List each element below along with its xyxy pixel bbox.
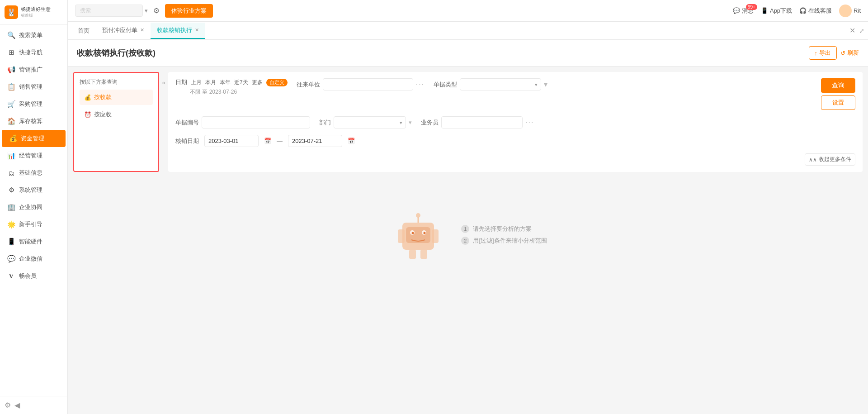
page-content: 收款核销执行(按收款) ↑ 导出 ↺ 刷新 按以下方案查询 💰 按收款 bbox=[68, 40, 868, 414]
date-custom-badge: 自定义 bbox=[266, 79, 288, 86]
sidebar-item-vip[interactable]: V 畅会员 bbox=[0, 267, 67, 285]
tab-receipt-cancel[interactable]: 收款核销执行 ✕ bbox=[151, 23, 205, 39]
filter-scheme-panel: 按以下方案查询 💰 按收款 ⏰ 按应收 bbox=[73, 72, 159, 172]
filter-action-buttons: 查询 设置 bbox=[821, 78, 855, 110]
app-download-item[interactable]: 📱 App下载 bbox=[761, 7, 792, 15]
user-name: Rit bbox=[854, 7, 861, 14]
sidebar-item-basic-info[interactable]: 🗂 基础信息 bbox=[0, 164, 67, 181]
dept-dropdown-icon[interactable]: ▾ bbox=[409, 119, 412, 126]
svg-point-9 bbox=[424, 232, 426, 234]
calendar-end-icon[interactable]: 📅 bbox=[348, 138, 355, 144]
dept-label: 部门 bbox=[319, 119, 331, 127]
tab-prepay[interactable]: 预付冲应付单 ✕ bbox=[96, 23, 151, 39]
topbar-settings-icon[interactable]: ⚙ bbox=[153, 6, 160, 15]
sidebar-item-sales[interactable]: 📋 销售管理 bbox=[0, 78, 67, 95]
topbar-dropdown-icon[interactable]: ▾ bbox=[145, 7, 148, 14]
sidebar-item-label: 企业协同 bbox=[19, 203, 42, 211]
filter-option-by-receipt[interactable]: 💰 按收款 bbox=[80, 90, 153, 105]
settings-button[interactable]: 设置 bbox=[821, 95, 855, 110]
cancel-date-end-input[interactable] bbox=[288, 135, 342, 147]
topbar-search-area: 搜索 ▾ bbox=[75, 5, 148, 17]
doc-type-field: 单据类型 ▾ bbox=[434, 78, 548, 90]
sidebar-settings-icon[interactable]: ⚙ bbox=[5, 401, 11, 409]
collapse-conditions-btn[interactable]: ∧∧ 收起更多条件 bbox=[805, 153, 855, 166]
sidebar-item-enterprise[interactable]: 🏢 企业协同 bbox=[0, 199, 67, 216]
sidebar-item-wechat[interactable]: 💬 企业微信 bbox=[0, 250, 67, 267]
wechat-icon: 💬 bbox=[7, 255, 15, 263]
sidebar-item-inventory[interactable]: 🏠 库存核算 bbox=[0, 113, 67, 130]
filter-row-3: 核销日期 📅 — 📅 bbox=[175, 135, 855, 147]
date-cur-year[interactable]: 本年 bbox=[220, 79, 231, 86]
sidebar-item-finance[interactable]: 💰 资金管理 bbox=[2, 130, 66, 147]
dept-select[interactable] bbox=[334, 116, 406, 128]
svg-point-8 bbox=[412, 232, 414, 234]
sidebar-item-quick-nav[interactable]: ⊞ 快捷导航 bbox=[0, 44, 67, 61]
sidebar-menu: 🔍 搜索菜单 ⊞ 快捷导航 📢 营销推广 📋 销售管理 🛒 采购管理 🏠 库存核… bbox=[0, 25, 67, 396]
date-more[interactable]: 更多 bbox=[252, 79, 263, 86]
sidebar-bottom: ⚙ ◀ bbox=[0, 396, 67, 414]
svg-rect-1 bbox=[398, 229, 405, 243]
online-service-item[interactable]: 🎧 在线客服 bbox=[799, 7, 832, 15]
sales-icon: 📋 bbox=[7, 83, 15, 91]
sidebar-item-marketing[interactable]: 📢 营销推广 bbox=[0, 61, 67, 78]
refresh-button[interactable]: ↺ 刷新 bbox=[840, 46, 859, 60]
svg-rect-5 bbox=[406, 227, 430, 243]
date-range-separator: — bbox=[277, 138, 283, 144]
sidebar-item-purchase[interactable]: 🛒 采购管理 bbox=[0, 95, 67, 113]
headset-icon: 🎧 bbox=[799, 7, 807, 14]
staff-dots-icon[interactable]: ··· bbox=[525, 119, 534, 127]
marketing-icon: 📢 bbox=[7, 66, 15, 74]
cancel-date-start-input[interactable] bbox=[204, 135, 259, 147]
partner-input[interactable] bbox=[323, 78, 413, 90]
avatar bbox=[839, 5, 852, 17]
staff-field: 业务员 ··· bbox=[421, 116, 534, 128]
doc-type-label: 单据类型 bbox=[434, 81, 457, 89]
export-button[interactable]: ↑ 导出 bbox=[809, 46, 837, 60]
filter-toggle-btn[interactable]: « bbox=[159, 72, 168, 172]
sidebar-item-guide[interactable]: 🌟 新手引导 bbox=[0, 216, 67, 233]
tabbar-close-icon[interactable]: ✕ bbox=[849, 26, 855, 35]
calendar-start-icon[interactable]: 📅 bbox=[264, 138, 271, 144]
date-cur-month[interactable]: 本月 bbox=[205, 79, 216, 86]
solution-button[interactable]: 体验行业方案 bbox=[165, 4, 213, 18]
filter-row-1: 日期 上月 本月 本年 近7天 更多 自定义 不限 至 2023-07-26 往… bbox=[175, 78, 855, 110]
basic-info-icon: 🗂 bbox=[7, 169, 15, 177]
tabbar-expand-icon[interactable]: ⤢ bbox=[859, 27, 864, 34]
receivable-icon: ⏰ bbox=[84, 111, 91, 118]
staff-input[interactable] bbox=[441, 116, 523, 128]
user-avatar-item[interactable]: Rit bbox=[839, 5, 861, 17]
hardware-icon: 📱 bbox=[7, 238, 15, 246]
tip-num-2: 2 bbox=[461, 237, 469, 245]
sidebar-item-label: 智能硬件 bbox=[19, 238, 42, 246]
tab-home[interactable]: 首页 bbox=[71, 23, 96, 38]
filter-option-by-receivable[interactable]: ⏰ 按应收 bbox=[80, 107, 153, 122]
page-header: 收款核销执行(按收款) ↑ 导出 ↺ 刷新 bbox=[68, 40, 868, 67]
sidebar-item-label: 销售管理 bbox=[19, 83, 42, 91]
enterprise-icon: 🏢 bbox=[7, 203, 15, 211]
sidebar-item-operation[interactable]: 📊 经营管理 bbox=[0, 147, 67, 164]
message-item[interactable]: 💬 消息 99+ bbox=[733, 7, 754, 15]
cancel-date-label: 核销日期 bbox=[175, 137, 199, 145]
doc-number-input[interactable] bbox=[202, 116, 310, 128]
tab-prepay-close[interactable]: ✕ bbox=[140, 27, 144, 33]
doc-type-select[interactable] bbox=[460, 78, 541, 90]
doc-number-label: 单据编号 bbox=[175, 119, 199, 127]
sidebar-item-hardware[interactable]: 📱 智能硬件 bbox=[0, 233, 67, 250]
sidebar-item-search-menu[interactable]: 🔍 搜索菜单 bbox=[0, 27, 67, 44]
topbar-search-box: 搜索 bbox=[75, 5, 143, 17]
sidebar-item-label: 经营管理 bbox=[19, 152, 42, 160]
app-badge: 标准版 bbox=[21, 13, 51, 19]
svg-point-11 bbox=[416, 213, 420, 218]
chevron-up-icon: ∧∧ bbox=[809, 157, 817, 163]
doc-type-dropdown-icon[interactable]: ▾ bbox=[544, 80, 548, 89]
sidebar-item-system[interactable]: ⚙ 系统管理 bbox=[0, 181, 67, 199]
date-7days[interactable]: 近7天 bbox=[234, 79, 248, 86]
message-badge: 99+ bbox=[746, 4, 757, 10]
query-button[interactable]: 查询 bbox=[821, 78, 855, 93]
export-icon: ↑ bbox=[815, 50, 818, 57]
partner-dots-icon[interactable]: ··· bbox=[416, 81, 425, 89]
date-prev-month[interactable]: 上月 bbox=[191, 79, 202, 86]
sidebar-collapse-icon[interactable]: ◀ bbox=[14, 401, 20, 409]
tab-receipt-cancel-close[interactable]: ✕ bbox=[195, 27, 199, 33]
refresh-icon: ↺ bbox=[840, 50, 845, 57]
